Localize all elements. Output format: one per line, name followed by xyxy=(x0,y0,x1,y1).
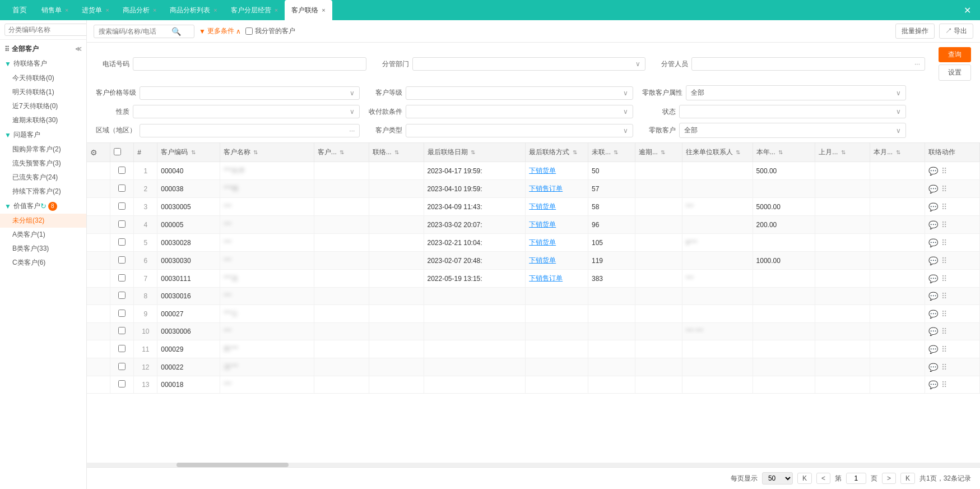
grid-action-icon[interactable]: ⠿ xyxy=(941,274,947,283)
grid-action-icon[interactable]: ⠿ xyxy=(941,202,947,211)
cell-check[interactable] xyxy=(110,198,134,216)
reset-btn[interactable]: 设置 xyxy=(939,64,971,81)
sidebar-search-input[interactable] xyxy=(4,24,87,36)
sort-name-icon[interactable]: ⇅ xyxy=(253,149,258,155)
collapse-icon[interactable]: ≪ xyxy=(75,45,82,53)
close-customer-contact-tab[interactable]: × xyxy=(322,7,325,13)
col-overdue-header[interactable]: 逾期... ⇅ xyxy=(635,143,682,162)
cell-lastway[interactable] xyxy=(526,376,588,394)
cell-lastway[interactable]: 下销售订单 xyxy=(526,180,588,198)
cell-check[interactable] xyxy=(110,162,134,180)
filter-nature-select[interactable]: ∨ xyxy=(133,105,360,118)
close-purchase-tab[interactable]: × xyxy=(105,7,109,13)
my-customers-filter[interactable]: 我分管的客户 xyxy=(245,26,295,36)
grid-action-icon[interactable]: ⠿ xyxy=(941,327,947,336)
cell-lastway[interactable] xyxy=(526,305,588,323)
cell-lastway[interactable]: 下销货单 xyxy=(526,216,588,234)
per-page-select[interactable]: 50 100 200 xyxy=(762,472,793,485)
chat-icon[interactable]: 💬 xyxy=(928,220,938,229)
chat-icon[interactable]: 💬 xyxy=(928,380,938,389)
sidebar-item-today[interactable]: 今天待联络(0) xyxy=(0,71,86,85)
chat-icon[interactable]: 💬 xyxy=(928,256,938,265)
main-search-input[interactable] xyxy=(99,27,171,35)
grid-action-icon[interactable]: ⠿ xyxy=(941,238,947,247)
sidebar-item-class-c[interactable]: C类客户(6) xyxy=(0,256,86,270)
chat-icon[interactable]: 💬 xyxy=(928,202,938,211)
cell-check[interactable] xyxy=(110,376,134,394)
refresh-icon[interactable]: ↻ xyxy=(40,202,47,210)
row-checkbox[interactable] xyxy=(118,184,126,192)
col-check-header[interactable] xyxy=(110,143,134,162)
row-checkbox[interactable] xyxy=(118,238,126,246)
col-colleague-header[interactable]: 往来单位联系人 ⇅ xyxy=(682,143,753,162)
cell-check[interactable] xyxy=(110,180,134,198)
sort-colleague-icon[interactable]: ⇅ xyxy=(736,149,740,155)
close-analysis-tab[interactable]: × xyxy=(153,7,156,13)
main-search-icon[interactable]: 🔍 xyxy=(171,27,181,36)
sidebar-item-churn-warning[interactable]: 流失预警客户(3) xyxy=(0,156,86,170)
filter-payment-select[interactable]: ∨ xyxy=(406,105,633,118)
col-settings-header[interactable]: ⚙ xyxy=(87,143,110,162)
filter-status-select[interactable]: ∨ xyxy=(679,105,906,118)
sidebar-group-value-header[interactable]: ▼ 价值客户 ↻ 8 xyxy=(0,199,86,214)
sort-thisyear-icon[interactable]: ⇅ xyxy=(778,149,783,155)
batch-ops-btn[interactable]: 批量操作 xyxy=(895,24,935,39)
cell-lastway[interactable] xyxy=(526,323,588,340)
grid-action-icon[interactable]: ⠿ xyxy=(941,256,947,265)
cell-lastway[interactable] xyxy=(526,358,588,376)
cell-check[interactable] xyxy=(110,216,134,234)
row-checkbox[interactable] xyxy=(118,167,126,174)
close-sales-tab[interactable]: × xyxy=(65,7,68,13)
cell-check[interactable] xyxy=(110,288,134,305)
col-code-header[interactable]: 客户编码 ⇅ xyxy=(157,143,220,162)
row-checkbox[interactable] xyxy=(118,327,126,334)
row-checkbox[interactable] xyxy=(118,380,126,387)
sidebar-item-overdue[interactable]: 逾期未联络(30) xyxy=(0,113,86,127)
cell-lastway[interactable]: 下销货单 xyxy=(526,234,588,252)
col-lastdate-header[interactable]: 最后联络日期 ⇅ xyxy=(424,143,526,162)
chat-icon[interactable]: 💬 xyxy=(928,310,938,319)
window-close[interactable]: ✕ xyxy=(959,5,976,16)
cell-lastway[interactable]: 下销货单 xyxy=(526,162,588,180)
sidebar-item-class-a[interactable]: A类客户(1) xyxy=(0,228,86,242)
filter-dept-select[interactable]: ∨ xyxy=(412,57,646,71)
sidebar-item-7days[interactable]: 近7天待联络(0) xyxy=(0,99,86,113)
col-lastmonth-header[interactable]: 上月... ⇅ xyxy=(815,143,870,162)
cell-lastway[interactable] xyxy=(526,340,588,358)
prev-page-btn[interactable]: < xyxy=(816,473,830,484)
sidebar-item-tomorrow[interactable]: 明天待联络(1) xyxy=(0,85,86,99)
grid-action-icon[interactable]: ⠿ xyxy=(941,220,947,229)
export-btn[interactable]: ↗ 导出 xyxy=(939,24,973,39)
cell-lastway[interactable] xyxy=(526,288,588,305)
filter-price-select[interactable]: ∨ xyxy=(140,86,360,100)
cell-lastway[interactable]: 下销货单 xyxy=(526,198,588,216)
col-thisyear-header[interactable]: 本年... ⇅ xyxy=(753,143,815,162)
cell-check[interactable] xyxy=(110,323,134,340)
sort-lastway-icon[interactable]: ⇅ xyxy=(573,149,577,155)
select-all-checkbox[interactable] xyxy=(114,148,121,155)
sidebar-group-pending-header[interactable]: ▼ 待联络客户 xyxy=(0,56,86,71)
sidebar-item-churned[interactable]: 已流失客户(24) xyxy=(0,170,86,184)
close-analysis-list-tab[interactable]: × xyxy=(213,7,217,13)
grid-action-icon[interactable]: ⠿ xyxy=(941,345,947,354)
filter-retail-customer-select[interactable]: 全部 ∨ xyxy=(679,123,906,138)
cell-lastway[interactable]: 下销货单 xyxy=(526,252,588,270)
cell-check[interactable] xyxy=(110,358,134,376)
cell-check[interactable] xyxy=(110,305,134,323)
row-checkbox[interactable] xyxy=(118,363,126,370)
sidebar-item-class-b[interactable]: B类客户(33) xyxy=(0,242,86,256)
sidebar-group-problem-header[interactable]: ▼ 问题客户 xyxy=(0,127,86,142)
row-checkbox[interactable] xyxy=(118,202,126,210)
my-customers-checkbox[interactable] xyxy=(245,27,253,35)
sort-code-icon[interactable]: ⇅ xyxy=(191,149,196,155)
sidebar-item-ungroup[interactable]: 未分组(32) xyxy=(0,214,86,228)
row-checkbox[interactable] xyxy=(118,220,126,228)
scrollbar-thumb[interactable] xyxy=(177,463,289,467)
col-uncontact-header[interactable]: 未联... ⇅ xyxy=(588,143,635,162)
query-btn[interactable]: 查询 xyxy=(939,47,971,62)
chat-icon[interactable]: 💬 xyxy=(928,363,938,372)
sort-overdue-icon[interactable]: ⇅ xyxy=(661,149,665,155)
sort-type-icon[interactable]: ⇅ xyxy=(340,149,344,155)
col-lastway-header[interactable]: 最后联络方式 ⇅ xyxy=(526,143,588,162)
sidebar-all-customers[interactable]: ⠿ 全部客户 ≪ xyxy=(0,40,86,56)
